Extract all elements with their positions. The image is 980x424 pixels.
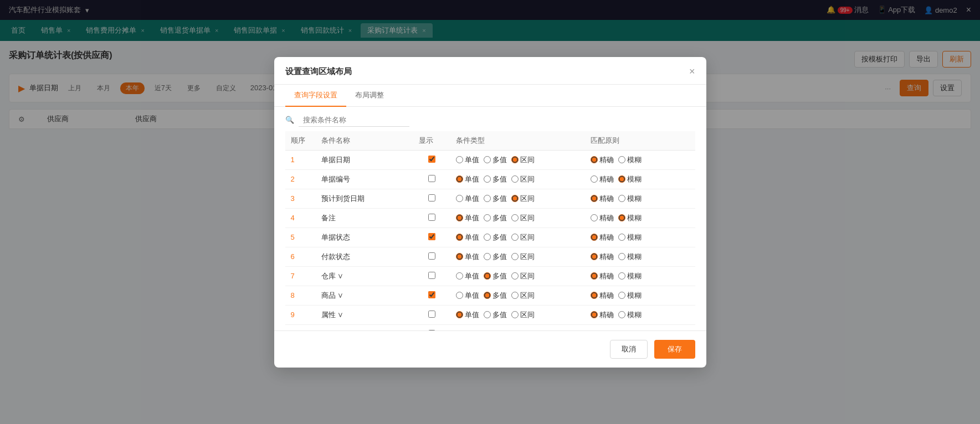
type-radio-label[interactable]: 单值 [456, 174, 479, 184]
match-radio-label[interactable]: 精确 [591, 155, 614, 165]
match-radio[interactable] [618, 195, 625, 202]
match-radio-label[interactable]: 精确 [591, 213, 614, 223]
type-radio-label[interactable]: 区间 [511, 252, 535, 262]
match-radio[interactable] [618, 272, 625, 280]
match-radio-label[interactable]: 模糊 [618, 155, 642, 165]
match-radio-label[interactable]: 精确 [591, 252, 614, 262]
type-radio-label[interactable]: 区间 [511, 213, 535, 223]
type-radio[interactable] [456, 292, 463, 299]
cell-display[interactable] [413, 247, 450, 266]
search-input[interactable] [299, 113, 409, 127]
cell-type[interactable]: 单值多值区间 [450, 247, 585, 266]
type-radio[interactable] [484, 156, 491, 163]
match-radio-label[interactable]: 精确 [591, 291, 614, 301]
type-radio[interactable] [484, 175, 491, 183]
type-radio[interactable] [511, 175, 519, 183]
cell-display[interactable] [413, 208, 450, 227]
type-radio-label[interactable]: 单值 [456, 310, 479, 320]
display-checkbox[interactable] [428, 194, 435, 201]
save-btn[interactable]: 保存 [654, 340, 695, 359]
match-radio-label[interactable]: 精确 [591, 271, 614, 281]
type-radio[interactable] [456, 234, 463, 241]
type-radio-label[interactable]: 多值 [484, 271, 507, 281]
type-radio[interactable] [511, 214, 519, 221]
type-radio-label[interactable]: 区间 [511, 291, 535, 301]
match-radio[interactable] [591, 234, 598, 241]
type-radio-label[interactable]: 区间 [511, 155, 535, 165]
type-radio[interactable] [484, 311, 491, 318]
cell-match[interactable]: 精确模糊 [585, 305, 695, 324]
cell-match[interactable]: 精确模糊 [585, 324, 695, 330]
display-checkbox[interactable] [428, 311, 435, 318]
type-radio[interactable] [511, 195, 519, 202]
type-radio-label[interactable]: 多值 [484, 291, 507, 301]
display-checkbox[interactable] [428, 156, 435, 163]
match-radio-label[interactable]: 精确 [591, 194, 614, 204]
type-radio-label[interactable]: 多值 [484, 155, 507, 165]
display-checkbox[interactable] [428, 291, 435, 298]
cell-display[interactable] [413, 286, 450, 305]
display-checkbox[interactable] [428, 214, 435, 221]
match-radio[interactable] [618, 156, 625, 163]
cell-match[interactable]: 精确模糊 [585, 266, 695, 286]
cell-match[interactable]: 精确模糊 [585, 150, 695, 169]
type-radio-label[interactable]: 多值 [484, 232, 507, 242]
type-radio-label[interactable]: 区间 [511, 174, 535, 184]
cell-match[interactable]: 精确模糊 [585, 208, 695, 227]
type-radio[interactable] [511, 272, 519, 280]
type-radio[interactable] [456, 156, 463, 163]
display-checkbox[interactable] [428, 272, 435, 279]
cell-display[interactable] [413, 324, 450, 330]
type-radio[interactable] [484, 292, 491, 299]
cell-match[interactable]: 精确模糊 [585, 169, 695, 189]
type-radio-label[interactable]: 多值 [484, 174, 507, 184]
type-radio[interactable] [484, 195, 491, 202]
cell-match[interactable]: 精确模糊 [585, 189, 695, 208]
display-checkbox[interactable] [428, 233, 435, 240]
cell-type[interactable]: 单值多值区间 [450, 150, 585, 169]
match-radio[interactable] [591, 195, 598, 202]
cell-display[interactable] [413, 189, 450, 208]
match-radio-label[interactable]: 精确 [591, 310, 614, 320]
cell-match[interactable]: 精确模糊 [585, 286, 695, 305]
type-radio[interactable] [484, 214, 491, 221]
type-radio[interactable] [511, 253, 519, 260]
dialog-close-btn[interactable]: × [689, 66, 695, 77]
match-radio[interactable] [591, 272, 598, 280]
dialog-tab-fields[interactable]: 查询字段设置 [285, 85, 346, 107]
type-radio-label[interactable]: 区间 [511, 271, 535, 281]
cell-type[interactable]: 单值多值区间 [450, 227, 585, 247]
type-radio-label[interactable]: 单值 [456, 232, 479, 242]
type-radio[interactable] [484, 234, 491, 241]
match-radio[interactable] [591, 311, 598, 318]
match-radio-label[interactable]: 精确 [591, 232, 614, 242]
cell-type[interactable]: 单值多值区间 [450, 189, 585, 208]
type-radio-label[interactable]: 单值 [456, 252, 479, 262]
type-radio-label[interactable]: 多值 [484, 194, 507, 204]
cell-display[interactable] [413, 227, 450, 247]
cell-display[interactable] [413, 150, 450, 169]
cell-match[interactable]: 精确模糊 [585, 227, 695, 247]
cancel-btn[interactable]: 取消 [610, 340, 648, 359]
type-radio-label[interactable]: 单值 [456, 213, 479, 223]
cell-type[interactable]: 单值多值区间 [450, 208, 585, 227]
match-radio[interactable] [618, 292, 625, 299]
display-checkbox[interactable] [428, 252, 435, 260]
type-radio[interactable] [511, 156, 519, 163]
match-radio-label[interactable]: 模糊 [618, 252, 642, 262]
type-radio[interactable] [456, 214, 463, 221]
type-radio-label[interactable]: 单值 [456, 194, 479, 204]
type-radio-label[interactable]: 区间 [511, 232, 535, 242]
type-radio-label[interactable]: 多值 [484, 252, 507, 262]
match-radio-label[interactable]: 模糊 [618, 213, 642, 223]
cell-display[interactable] [413, 266, 450, 286]
cell-match[interactable]: 精确模糊 [585, 247, 695, 266]
type-radio[interactable] [484, 253, 491, 260]
match-radio-label[interactable]: 模糊 [618, 194, 642, 204]
type-radio[interactable] [511, 234, 519, 241]
type-radio-label[interactable]: 单值 [456, 155, 479, 165]
match-radio-label[interactable]: 模糊 [618, 310, 642, 320]
match-radio[interactable] [591, 292, 598, 299]
match-radio-label[interactable]: 模糊 [618, 271, 642, 281]
cell-type[interactable]: 单值多值区间 [450, 169, 585, 189]
